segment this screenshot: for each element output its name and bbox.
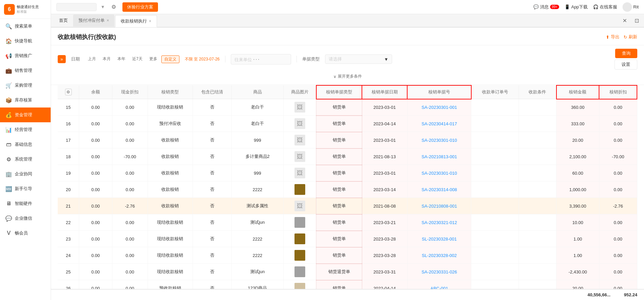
cell-bill-no[interactable]: ABC-001: [407, 280, 471, 289]
message-button[interactable]: 💬 消息 99+: [533, 4, 559, 10]
col-header-bill-no: 核销单据号: [407, 85, 471, 99]
table-header-row: ⚙ 余额 现金折扣 核销类型 包含已结清 商品 商品图片 核销单据类型 核销单据…: [58, 85, 637, 99]
close-window-icon[interactable]: ✕: [620, 16, 629, 25]
chevron-down-icon[interactable]: ▼: [101, 4, 105, 9]
last-7days-button[interactable]: 近7天: [129, 55, 145, 63]
table-row: 200.000.00收款核销否2222销货单2023-03-14SA-20230…: [58, 181, 637, 198]
bill-no-link[interactable]: SA-20230414-017: [422, 121, 457, 126]
bill-no-link[interactable]: SA-20210808-001: [422, 204, 457, 209]
sidebar-item-sys[interactable]: ⚙ 系统管理: [0, 152, 51, 167]
sidebar-item-biz[interactable]: 📊 经营管理: [0, 122, 51, 137]
cell-bill-no[interactable]: SA-20230331-026: [407, 264, 471, 280]
cell-bill-no[interactable]: SA-20210813-001: [407, 148, 471, 165]
cell-bill-no[interactable]: SA-20230321-012: [407, 214, 471, 231]
bill-no-link[interactable]: SA-20230301-001: [422, 105, 457, 110]
expand-window-icon[interactable]: ⊡: [632, 16, 641, 25]
member-icon: V: [5, 230, 12, 237]
sidebar-item-base[interactable]: 🗃 基础信息: [0, 137, 51, 152]
this-month-button[interactable]: 本月: [100, 55, 113, 63]
tab-prepay-close[interactable]: ×: [107, 18, 109, 23]
cell-cash-discount: 0.00: [112, 214, 148, 231]
sidebar-item-label-corp: 企业协同: [15, 171, 32, 177]
sidebar-item-guide[interactable]: 🆕 新手引导: [0, 181, 51, 196]
sidebar-item-member[interactable]: V 畅会员: [0, 226, 51, 241]
sidebar-item-sales[interactable]: 💼 销售管理: [0, 63, 51, 78]
cell-bill-no[interactable]: SL-20230328-001: [407, 231, 471, 247]
sidebar-item-hardware[interactable]: 🖥 智能硬件: [0, 196, 51, 211]
bill-no-link[interactable]: SL-20230328-002: [422, 253, 457, 258]
cell-bill-no[interactable]: SA-20230314-008: [407, 181, 471, 198]
export-button[interactable]: ⬆ 导出: [606, 34, 620, 40]
expand-more-button[interactable]: ∨ 展开更多条件: [331, 72, 364, 81]
last-month-button[interactable]: 上月: [85, 55, 99, 63]
sidebar-item-nav[interactable]: 🏠 快捷导航: [0, 34, 51, 48]
bill-no-link[interactable]: SL-20230328-001: [422, 237, 457, 242]
cell-amount: 2,100.00: [556, 148, 599, 165]
sidebar-item-inventory[interactable]: 📦 库存核算: [0, 93, 51, 108]
cell-amount: 3,390.00: [556, 198, 599, 214]
cell-goods: 123D商品: [231, 280, 283, 289]
bill-type-select[interactable]: 请选择 ▼: [325, 54, 392, 64]
query-button[interactable]: 查询: [615, 49, 637, 58]
tab-home[interactable]: 首页: [54, 14, 73, 27]
sidebar-item-wechat[interactable]: 💬 企业微信: [0, 211, 51, 226]
sidebar-item-marketing[interactable]: 📢 营销推广: [0, 48, 51, 63]
sidebar-item-label-marketing: 营销推广: [15, 53, 32, 59]
sidebar-item-finance[interactable]: 💰 资金管理: [0, 108, 51, 122]
partner-more-icon[interactable]: ···: [253, 56, 260, 62]
online-service-button[interactable]: 🎧 在线客服: [593, 4, 617, 10]
cell-bill-no[interactable]: SA-20230301-010: [407, 165, 471, 181]
cell-bill-type: 销货单: [316, 231, 362, 247]
cell-balance: 0.00: [79, 99, 112, 116]
sidebar-item-search[interactable]: 🔍 搜索菜单: [0, 19, 51, 34]
tab-receipt-cancel-close[interactable]: ×: [149, 19, 151, 24]
more-date-button[interactable]: 更多: [147, 55, 160, 63]
this-year-button[interactable]: 本年: [115, 55, 128, 63]
bill-no-link[interactable]: SA-20230301-010: [422, 138, 457, 143]
refresh-button[interactable]: ↻ 刷新: [624, 34, 637, 40]
bill-no-link[interactable]: ABC-001: [430, 286, 448, 289]
cell-condition: [519, 99, 556, 116]
partner-filter-input[interactable]: 往来单位 ···: [231, 54, 291, 65]
table-row: 210.00-2.76收款核销否测试多属性🖼销货单2021-08-08SA-20…: [58, 198, 637, 214]
cell-balance: 0.00: [79, 181, 112, 198]
sidebar-item-corp[interactable]: 🏢 企业协同: [0, 167, 51, 181]
app-badge: 标准版: [17, 9, 39, 14]
bill-no-link[interactable]: SA-20230301-010: [422, 171, 457, 176]
bill-no-link[interactable]: SA-20230321-012: [422, 220, 457, 225]
sidebar-item-purchase[interactable]: 🛒 采购管理: [0, 78, 51, 93]
bill-no-link[interactable]: SA-20210813-001: [422, 154, 457, 159]
setting-button[interactable]: 设置: [614, 59, 637, 70]
cell-amount: 20.00: [556, 280, 599, 289]
cell-type: 收款核销: [148, 132, 193, 148]
cell-bill-date: 2023-03-01: [362, 99, 408, 116]
cell-bill-no[interactable]: SA-20230301-010: [407, 132, 471, 148]
cell-balance: 0.00: [79, 264, 112, 280]
col-header-goods-img: 商品图片: [283, 85, 316, 99]
custom-date-button[interactable]: 自定义: [161, 55, 179, 63]
cell-bill-no[interactable]: SA-20230301-001: [407, 99, 471, 116]
filter-toggle-button[interactable]: »: [58, 55, 66, 63]
filter-bar: » 日期 上月 本月 本年 近7天 更多 自定义 不限 至 2023-07-26…: [51, 45, 644, 85]
tab-receipt-cancel[interactable]: 收款核销执行 ×: [115, 15, 157, 27]
bill-no-link[interactable]: SA-20230331-026: [422, 269, 457, 274]
search-input[interactable]: [56, 3, 97, 11]
col-header-settings[interactable]: ⚙: [58, 85, 79, 99]
tab-bar-right: ✕ ⊡: [620, 16, 641, 25]
industry-solution-button[interactable]: 休验行业方案: [122, 2, 158, 12]
app-logo: 6 畅捷通好生意 标准版: [0, 0, 51, 19]
cell-cash-discount: 0.00: [112, 247, 148, 264]
tab-prepay[interactable]: 预付冲应付单 ×: [73, 14, 114, 27]
username-label: Rit: [633, 4, 639, 9]
bill-no-link[interactable]: SA-20230314-008: [422, 187, 457, 192]
app-download-button[interactable]: 📱 App下载: [565, 4, 588, 10]
sidebar-item-label-nav: 快捷导航: [15, 38, 32, 44]
cell-settled: 否: [193, 231, 231, 247]
settings-icon[interactable]: ⚙: [109, 2, 118, 12]
cell-bill-no[interactable]: SL-20230328-002: [407, 247, 471, 264]
cell-condition: [519, 198, 556, 214]
cell-bill-no[interactable]: SA-20210808-001: [407, 198, 471, 214]
cell-goods-img: [283, 181, 316, 198]
user-profile[interactable]: Rit: [623, 2, 639, 12]
cell-bill-no[interactable]: SA-20230414-017: [407, 116, 471, 132]
